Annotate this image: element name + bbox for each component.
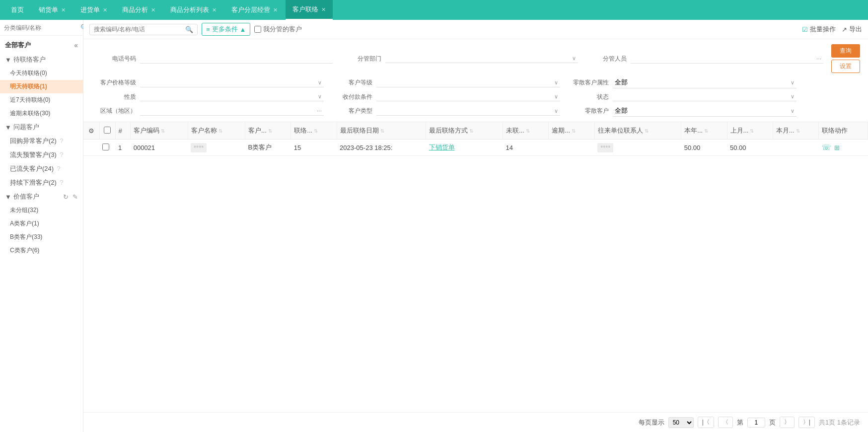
sidebar-item-type-c[interactable]: C类客户(6) [0, 244, 83, 257]
sidebar-item-overdue-contact[interactable]: 逾期未联络(30) [0, 107, 83, 120]
last-page-btn[interactable]: 〉| [798, 417, 815, 428]
th-ctype[interactable]: 客户... ⇅ [245, 122, 290, 140]
sidebar-collapse-icon[interactable]: « [74, 41, 78, 49]
sidebar-item-type-b[interactable]: B类客户(33) [0, 230, 83, 244]
last-method-link[interactable]: 下销货单 [429, 144, 455, 151]
nav-home[interactable]: 首页 [4, 0, 31, 20]
page-size-select[interactable]: 50 10 20 100 [668, 417, 694, 428]
th-uncontacted[interactable]: 未联... ⇅ [503, 122, 548, 140]
close-tier-icon[interactable]: ✕ [273, 7, 278, 13]
close-contact-icon[interactable]: ✕ [321, 6, 326, 13]
th-this-year[interactable]: 本年... ⇅ [681, 122, 727, 140]
adv-select-customer-level[interactable]: ∨ [376, 78, 560, 87]
th-last-method[interactable]: 最后联络方式 ⇅ [426, 122, 503, 140]
th-name[interactable]: 客户名称 ⇅ [188, 122, 245, 140]
grid-action-icon[interactable]: ⊞ [834, 144, 840, 151]
set-btn[interactable]: 设置 [831, 60, 860, 73]
adv-select-customer-type[interactable]: ∨ [376, 107, 560, 116]
value-edit-icon[interactable]: ✎ [72, 193, 78, 201]
sidebar-section-pending: ▼ 待联络客户 [0, 53, 83, 67]
filter-search-input[interactable] [94, 26, 183, 33]
sidebar-item-type-a[interactable]: A类客户(1) [0, 217, 83, 230]
nav-customer-tier[interactable]: 客户分层经营 ✕ [224, 0, 285, 20]
th-check[interactable] [99, 122, 115, 140]
adv-select-nature[interactable]: ∨ [140, 92, 324, 101]
sidebar-item-today-contact[interactable]: 今天待联络(0) [0, 67, 83, 80]
next-page-btn[interactable]: 〉 [780, 417, 795, 428]
nav-customer-contact[interactable]: 客户联络 ✕ [286, 0, 333, 20]
adv-select-retail-attr[interactable]: 全部 ∨ [613, 77, 796, 88]
sidebar-search-input[interactable] [4, 24, 78, 31]
adv-row-1: 电话号码 分管部门 ∨ 分管人员 ··· 查询 设置 [91, 44, 860, 73]
sidebar-item-decline[interactable]: 持续下滑客户(2) ? [0, 176, 83, 190]
prev-page-btn[interactable]: 〈 [718, 417, 733, 428]
my-customers-checkbox[interactable] [254, 26, 261, 33]
filter-more-btn[interactable]: ≡ 更多条件 ▲ [202, 23, 250, 36]
query-btn[interactable]: 查询 [831, 44, 860, 58]
adv-field-status: 状态 ∨ [564, 92, 796, 101]
sidebar-section-problem: ▼ 问题客户 [0, 120, 83, 134]
td-last-method[interactable]: 下销货单 [426, 140, 503, 156]
phone-action-icon[interactable]: ☏ [822, 143, 831, 152]
sort-uncontacted-icon: ⇅ [526, 128, 530, 134]
adv-select-status[interactable]: ∨ [613, 92, 796, 101]
filter-search-wrap: 🔍 [89, 24, 198, 35]
th-unit-contact[interactable]: 往来单位联系人 ⇅ [594, 122, 681, 140]
gear-icon[interactable]: ⚙ [88, 127, 94, 135]
row-checkbox[interactable] [102, 144, 109, 150]
adv-field-phone: 电话号码 [91, 54, 333, 64]
adv-select-manager[interactable]: ··· [631, 54, 823, 64]
th-this-month[interactable]: 本月... ⇅ [773, 122, 818, 140]
close-analysis-list-icon[interactable]: ✕ [212, 7, 217, 13]
bulk-op-btn[interactable]: ☑ 批量操作 [802, 25, 836, 34]
chevron-retail-cust-icon: ∨ [791, 108, 795, 114]
nav-sales[interactable]: 销货单 ✕ [32, 0, 72, 20]
sort-last-month-icon: ⇅ [750, 128, 754, 134]
adv-field-nature: 性质 ∨ [91, 92, 324, 101]
th-overdue[interactable]: 逾期... ⇅ [549, 122, 594, 140]
first-page-btn[interactable]: |〈 [698, 417, 714, 428]
adv-select-price-level[interactable]: ∨ [140, 78, 324, 87]
sidebar-all-customers[interactable]: 全部客户 « [0, 38, 83, 53]
adv-label-customer-level: 客户等级 [328, 78, 372, 87]
adv-input-phone[interactable] [140, 54, 333, 64]
adv-select-dept[interactable]: ∨ [385, 54, 578, 63]
sidebar-item-tomorrow-contact[interactable]: 明天待联络(1) [0, 80, 83, 93]
th-last-date[interactable]: 最后联络日期 ⇅ [337, 122, 426, 140]
retail-attr-value: 全部 [615, 78, 628, 87]
adv-field-customer-type: 客户类型 ∨ [328, 107, 560, 116]
sidebar-item-ungrouped[interactable]: 未分组(32) [0, 204, 83, 217]
export-btn[interactable]: ↗ 导出 [842, 25, 862, 34]
adv-actions: 查询 设置 [831, 44, 860, 73]
close-analysis-icon[interactable]: ✕ [151, 7, 155, 13]
sidebar-item-lost[interactable]: 已流失客户(24) ? [0, 162, 83, 176]
close-purchase-icon[interactable]: ✕ [103, 7, 107, 13]
nav-purchase[interactable]: 进货单 ✕ [73, 0, 114, 20]
adv-select-payment[interactable]: ∨ [376, 92, 560, 101]
help-icon-lost: ? [57, 165, 60, 172]
sidebar-item-week-contact[interactable]: 近7天待联络(0) [0, 93, 83, 107]
adv-select-retail-customer[interactable]: 全部 ∨ [613, 105, 796, 117]
page-input[interactable] [747, 418, 765, 428]
adv-label-nature: 性质 [91, 93, 136, 101]
th-code[interactable]: 客户编码 ⇅ [131, 122, 188, 140]
sidebar-item-lost-risk[interactable]: 流失预警客户(3) ? [0, 148, 83, 162]
sort-this-year-icon: ⇅ [704, 128, 708, 134]
td-check[interactable] [99, 140, 115, 156]
filter-search-icon[interactable]: 🔍 [185, 26, 193, 33]
th-gear[interactable]: ⚙ [83, 122, 99, 140]
nav-analysis[interactable]: 商品分析 ✕ [115, 0, 162, 20]
select-all-checkbox[interactable] [104, 127, 111, 134]
adv-row-2: 客户价格等级 ∨ 客户等级 ∨ 零散客户属性 全部 [91, 77, 860, 88]
th-contact-count[interactable]: 联络... ⇅ [291, 122, 337, 140]
adv-select-region[interactable]: ··· [140, 106, 324, 116]
section-triangle-icon: ▼ [5, 56, 11, 64]
th-last-month[interactable]: 上月... ⇅ [727, 122, 773, 140]
value-refresh-icon[interactable]: ↻ [63, 193, 69, 201]
sidebar-item-repurchase[interactable]: 回购异常客户(2) ? [0, 134, 83, 148]
close-sales-icon[interactable]: ✕ [61, 7, 66, 13]
adv-row-3: 性质 ∨ 收付款条件 ∨ 状态 [91, 92, 860, 101]
nav-analysis-list[interactable]: 商品分析列表 ✕ [163, 0, 223, 20]
my-customers-check-label[interactable]: 我分管的客户 [254, 25, 302, 34]
data-table-wrap: ⚙ # 客户编码 ⇅ [83, 122, 868, 412]
